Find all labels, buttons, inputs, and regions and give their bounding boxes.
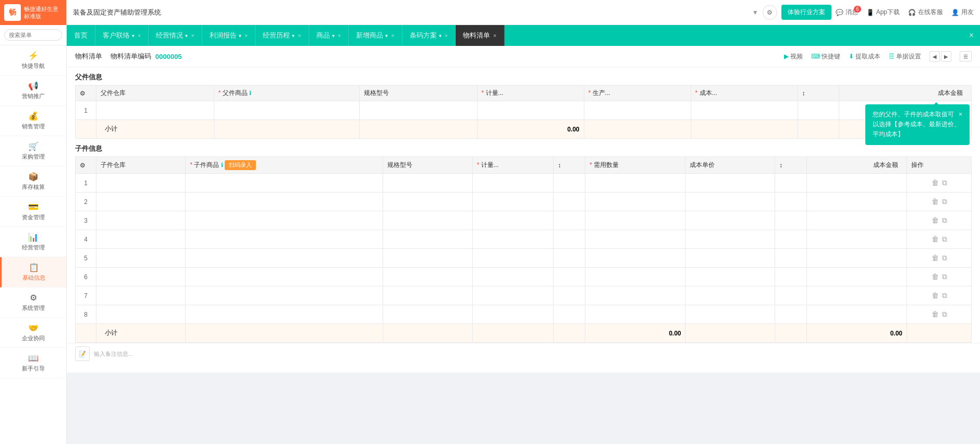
copy-icon[interactable]: ⧉ bbox=[942, 235, 947, 244]
child-unitprice-cell[interactable] bbox=[685, 268, 775, 286]
child-unit-cell[interactable] bbox=[472, 305, 554, 324]
child-goods-cell[interactable] bbox=[186, 211, 383, 230]
child-sort2-cell[interactable] bbox=[775, 211, 806, 230]
sidebar-item-purchase[interactable]: 🛒 采购管理 bbox=[0, 136, 66, 166]
child-needed-cell[interactable] bbox=[585, 305, 685, 324]
th-settings-parent[interactable]: ⚙ bbox=[76, 86, 96, 101]
sidebar-item-quicknav[interactable]: ⚡ 快捷导航 bbox=[0, 45, 66, 76]
child-sort1-cell[interactable] bbox=[554, 286, 585, 305]
system-title-dropdown[interactable]: ▼ bbox=[752, 9, 758, 16]
child-unitprice-cell[interactable] bbox=[685, 305, 775, 324]
user-item[interactable]: 👤 用友 bbox=[951, 8, 974, 17]
tab-barcode[interactable]: 条码方案 ▾ × bbox=[402, 25, 456, 46]
copy-icon[interactable]: ⧉ bbox=[942, 310, 947, 319]
child-sort2-cell[interactable] bbox=[775, 286, 806, 305]
child-goods-cell[interactable] bbox=[186, 174, 383, 193]
delete-icon[interactable]: 🗑 bbox=[932, 197, 939, 206]
child-needed-cell[interactable] bbox=[585, 230, 685, 249]
tab-profit[interactable]: 利润报告 ▾ × bbox=[202, 25, 255, 46]
next-arrow[interactable]: ▶ bbox=[941, 51, 951, 62]
child-spec-cell[interactable] bbox=[383, 211, 472, 230]
child-warehouse-cell[interactable] bbox=[96, 230, 186, 249]
child-unit-cell[interactable] bbox=[472, 211, 554, 230]
th-settings-child[interactable]: ⚙ bbox=[76, 157, 96, 174]
close-tab-operations[interactable]: × bbox=[191, 32, 194, 39]
sidebar-item-sales[interactable]: 💰 销售管理 bbox=[0, 106, 66, 136]
child-sort2-cell[interactable] bbox=[775, 230, 806, 249]
sidebar-item-inventory[interactable]: 📦 库存核算 bbox=[0, 166, 66, 197]
child-sort2-cell[interactable] bbox=[775, 174, 806, 193]
child-spec-cell[interactable] bbox=[383, 230, 472, 249]
parent-spec-cell[interactable] bbox=[359, 101, 477, 120]
child-unit-cell[interactable] bbox=[472, 174, 554, 193]
close-tab-barcode[interactable]: × bbox=[445, 32, 448, 39]
child-unitprice-cell[interactable] bbox=[685, 211, 775, 230]
tab-bom[interactable]: 物料清单 × bbox=[456, 25, 504, 46]
delete-icon[interactable]: 🗑 bbox=[932, 216, 939, 225]
child-spec-cell[interactable] bbox=[383, 174, 472, 193]
close-tab-bom[interactable]: × bbox=[493, 32, 496, 39]
child-warehouse-cell[interactable] bbox=[96, 249, 186, 268]
delete-icon[interactable]: 🗑 bbox=[932, 272, 939, 281]
child-sort1-cell[interactable] bbox=[554, 268, 585, 286]
child-unitprice-cell[interactable] bbox=[685, 174, 775, 193]
search-input[interactable] bbox=[4, 29, 62, 41]
delete-icon[interactable]: 🗑 bbox=[932, 235, 939, 244]
gear-button[interactable]: ⚙ bbox=[763, 5, 777, 20]
shortcut-tool[interactable]: ⌨ 快捷键 bbox=[811, 52, 840, 61]
copy-icon[interactable]: ⧉ bbox=[942, 216, 947, 225]
tab-customer[interactable]: 客户联络 ▾ × bbox=[95, 25, 149, 46]
child-needed-cell[interactable] bbox=[585, 193, 685, 211]
sidebar-item-business[interactable]: 📊 经营管理 bbox=[0, 227, 66, 257]
child-warehouse-cell[interactable] bbox=[96, 174, 186, 193]
child-sort2-cell[interactable] bbox=[775, 268, 806, 286]
tab-home[interactable]: 首页 bbox=[67, 25, 95, 46]
child-unit-cell[interactable] bbox=[472, 286, 554, 305]
child-goods-cell[interactable] bbox=[186, 286, 383, 305]
child-goods-cell[interactable] bbox=[186, 305, 383, 324]
online-service-item[interactable]: 🎧 在线客服 bbox=[908, 8, 943, 17]
child-unitprice-cell[interactable] bbox=[685, 230, 775, 249]
child-unitprice-cell[interactable] bbox=[685, 249, 775, 268]
child-sort1-cell[interactable] bbox=[554, 174, 585, 193]
child-spec-cell[interactable] bbox=[383, 286, 472, 305]
grid-view-btn[interactable]: ☰ bbox=[960, 51, 972, 62]
parent-sort-cell[interactable] bbox=[798, 101, 839, 120]
child-warehouse-cell[interactable] bbox=[96, 305, 186, 324]
copy-icon[interactable]: ⧉ bbox=[942, 254, 947, 262]
child-warehouse-cell[interactable] bbox=[96, 193, 186, 211]
tab-goods[interactable]: 商品 ▾ × bbox=[309, 25, 349, 46]
child-needed-cell[interactable] bbox=[585, 211, 685, 230]
copy-icon[interactable]: ⧉ bbox=[942, 178, 947, 187]
sidebar-item-basic[interactable]: 📋 基础信息 bbox=[0, 257, 66, 287]
tab-history[interactable]: 经营历程 ▾ × bbox=[255, 25, 309, 46]
sidebar-item-finance[interactable]: 💳 资金管理 bbox=[0, 197, 66, 227]
delete-icon[interactable]: 🗑 bbox=[932, 254, 939, 262]
parent-warehouse-cell[interactable] bbox=[96, 101, 214, 120]
copy-icon[interactable]: ⧉ bbox=[942, 291, 947, 300]
child-needed-cell[interactable] bbox=[585, 249, 685, 268]
child-sort1-cell[interactable] bbox=[554, 193, 585, 211]
parent-goods-info-icon[interactable]: ℹ bbox=[249, 90, 251, 96]
child-sort2-cell[interactable] bbox=[775, 305, 806, 324]
copy-icon[interactable]: ⧉ bbox=[942, 197, 947, 206]
tooltip-close-button[interactable]: × bbox=[959, 110, 962, 119]
child-goods-cell[interactable] bbox=[186, 268, 383, 286]
sidebar-item-guide[interactable]: 📖 新手引导 bbox=[0, 348, 66, 378]
message-item[interactable]: 💬 6 消息 bbox=[836, 8, 858, 17]
delete-icon[interactable]: 🗑 bbox=[932, 291, 939, 300]
delete-icon[interactable]: 🗑 bbox=[932, 178, 939, 187]
child-sort1-cell[interactable] bbox=[554, 230, 585, 249]
child-spec-cell[interactable] bbox=[383, 305, 472, 324]
prev-arrow[interactable]: ◀ bbox=[929, 51, 940, 62]
child-spec-cell[interactable] bbox=[383, 268, 472, 286]
parent-unit-cell[interactable] bbox=[477, 101, 584, 120]
child-goods-cell[interactable] bbox=[186, 230, 383, 249]
child-needed-cell[interactable] bbox=[585, 286, 685, 305]
try-button[interactable]: 体验行业方案 bbox=[781, 5, 831, 20]
child-unit-cell[interactable] bbox=[472, 268, 554, 286]
parent-produce-cell[interactable] bbox=[584, 101, 691, 120]
child-goods-cell[interactable] bbox=[186, 193, 383, 211]
child-sort1-cell[interactable] bbox=[554, 249, 585, 268]
sidebar-item-marketing[interactable]: 📢 营销推广 bbox=[0, 76, 66, 106]
